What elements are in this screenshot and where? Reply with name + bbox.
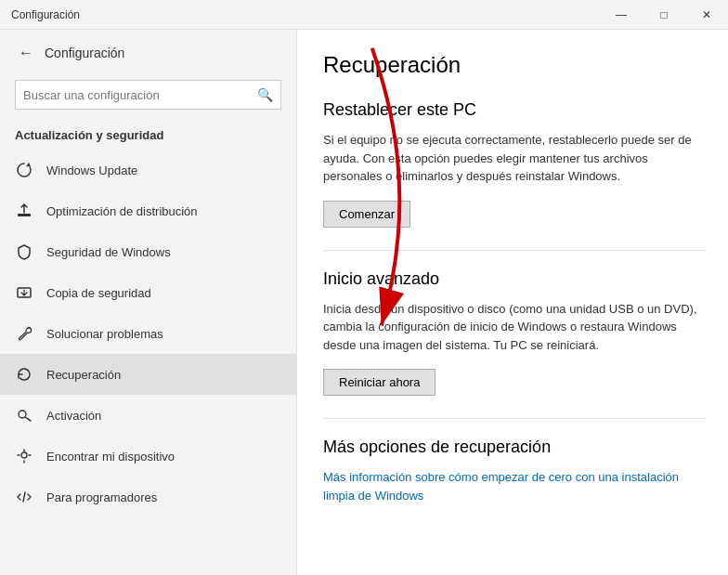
code-icon: [15, 488, 33, 506]
svg-rect-0: [18, 214, 31, 216]
refresh-icon: [15, 161, 33, 179]
main-layout: ← Configuración 🔍 Actualización y seguri…: [0, 30, 728, 575]
shield-icon: [15, 242, 33, 261]
reiniciar-button[interactable]: Reiniciar ahora: [323, 369, 436, 396]
sidebar-section-title: Actualización y seguridad: [0, 121, 296, 150]
clean-install-link[interactable]: Más información sobre cómo empezar de ce…: [323, 470, 679, 503]
titlebar-controls: — □ ✕: [600, 0, 728, 30]
sidebar-item-seguridad[interactable]: Seguridad de Windows: [0, 231, 296, 272]
sidebar-item-windows-update[interactable]: Windows Update: [0, 150, 296, 190]
sidebar-item-encontrar[interactable]: Encontrar mi dispositivo: [0, 436, 296, 477]
minimize-button[interactable]: —: [600, 0, 643, 30]
section3-title: Más opciones de recuperación: [323, 438, 706, 457]
sidebar-item-label-recuperacion: Recuperación: [46, 368, 121, 382]
sidebar-item-label-windows-update: Windows Update: [46, 163, 137, 177]
sidebar-item-label-activacion: Activación: [46, 409, 101, 423]
sidebar: ← Configuración 🔍 Actualización y seguri…: [0, 30, 297, 575]
titlebar-title: Configuración: [11, 8, 80, 21]
key-icon: [15, 406, 33, 425]
titlebar: Configuración — □ ✕: [0, 0, 728, 30]
sidebar-item-label-solucionar: Solucionar problemas: [46, 327, 163, 341]
upload-icon: [15, 202, 33, 220]
locate-icon: [15, 447, 33, 465]
sidebar-item-programadores[interactable]: Para programadores: [0, 477, 296, 517]
sidebar-item-activacion[interactable]: Activación: [0, 395, 296, 436]
section1-description: Si el equipo no se ejecuta correctamente…: [323, 131, 706, 186]
sidebar-app-title: Configuración: [45, 46, 124, 60]
recovery-icon: [15, 365, 33, 384]
close-button[interactable]: ✕: [685, 0, 728, 30]
sidebar-item-label-optimizacion: Optimización de distribución: [46, 204, 198, 218]
sidebar-item-optimizacion[interactable]: Optimización de distribución: [0, 190, 296, 231]
comenzar-button[interactable]: Comenzar: [323, 201, 410, 228]
sidebar-item-recuperacion[interactable]: Recuperación: [0, 354, 296, 395]
backup-icon: [15, 283, 33, 302]
section2-title: Inicio avanzado: [323, 269, 706, 289]
page-title: Recuperación: [323, 52, 706, 78]
sidebar-item-solucionar[interactable]: Solucionar problemas: [0, 313, 296, 354]
wrench-icon: [15, 324, 33, 343]
back-button[interactable]: ←: [15, 41, 37, 65]
content-area: Recuperación Restablecer este PC Si el e…: [297, 30, 728, 575]
sidebar-item-label-encontrar: Encontrar mi dispositivo: [46, 450, 175, 464]
sidebar-item-label-seguridad: Seguridad de Windows: [46, 245, 171, 259]
maximize-button[interactable]: □: [643, 0, 685, 30]
divider-1: [323, 250, 706, 251]
divider-2: [323, 418, 706, 419]
sidebar-header: ← Configuración: [0, 30, 296, 76]
section2-description: Inicia desde un dispositivo o disco (com…: [323, 300, 706, 355]
search-box[interactable]: 🔍: [15, 80, 281, 110]
sidebar-item-label-copia: Copia de seguridad: [46, 286, 151, 300]
search-input[interactable]: [23, 88, 257, 102]
svg-point-3: [21, 452, 27, 458]
section1-title: Restablecer este PC: [323, 100, 706, 120]
search-icon: 🔍: [257, 87, 273, 102]
sidebar-item-copia[interactable]: Copia de seguridad: [0, 272, 296, 313]
sidebar-item-label-programadores: Para programadores: [46, 490, 157, 504]
